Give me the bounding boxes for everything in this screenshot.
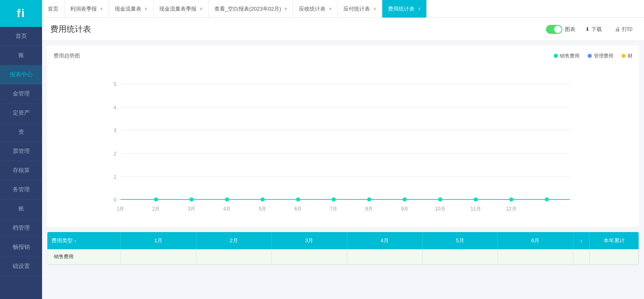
svg-text:1: 1 (114, 174, 116, 180)
legend-dot-sales (554, 54, 558, 58)
chart-legend: 销售费用 管理费用 财 (554, 53, 633, 60)
main-area: 首页 利润表季报 × 现金流量表 × 现金流量表季报 × 查看_空白报表(202… (42, 0, 644, 299)
table-section: 费用类型 ‹ 1月 2月 3月 4月 5月 6月 › 本年累计 销售费用 (47, 232, 639, 265)
chart-toggle-wrap: 图表 (546, 25, 575, 34)
cell-m5 (423, 249, 498, 264)
svg-text:4月: 4月 (223, 206, 231, 212)
svg-text:3月: 3月 (188, 206, 196, 212)
svg-point-16 (261, 197, 265, 202)
sidebar-item-expense[interactable]: 畅报销 (0, 238, 42, 257)
sidebar-item-home[interactable]: 首页 (0, 27, 42, 46)
tab-profit-quarterly[interactable]: 利润表季报 × (65, 0, 109, 18)
svg-point-20 (403, 197, 407, 202)
col-nav-prev[interactable]: ‹ (74, 237, 76, 244)
cell-m2 (196, 249, 272, 264)
svg-text:4: 4 (114, 105, 116, 111)
svg-point-15 (225, 197, 229, 202)
svg-text:3: 3 (114, 128, 116, 133)
svg-point-23 (509, 197, 513, 202)
svg-point-22 (474, 197, 478, 202)
tab-close-blank-report[interactable]: × (284, 0, 287, 18)
sidebar-item-service[interactable]: 务管理 (0, 180, 42, 199)
legend-label-admin: 管理费用 (594, 53, 613, 60)
tab-payable[interactable]: 应付统计表 × (338, 0, 382, 18)
svg-text:7月: 7月 (330, 206, 338, 212)
col-header-total: 本年累计 (590, 232, 639, 249)
tab-home[interactable]: 首页 (42, 0, 65, 18)
svg-text:6月: 6月 (294, 206, 302, 212)
svg-point-18 (332, 197, 336, 202)
svg-text:10月: 10月 (435, 206, 445, 212)
chart-toggle-label: 图表 (565, 26, 575, 33)
tab-close-cashflow[interactable]: × (145, 0, 147, 18)
legend-dot-admin (588, 54, 592, 58)
svg-text:0: 0 (114, 197, 116, 203)
table-row: 销售费用 (47, 249, 639, 265)
content-area: 费用统计表 图表 ⬇ 下载 🖨 打印 费用趋势图 (42, 18, 644, 299)
tab-receivable[interactable]: 应收统计表 × (293, 0, 338, 18)
svg-text:8月: 8月 (365, 206, 373, 212)
col-nav-next-icon[interactable]: › (580, 237, 582, 244)
download-button[interactable]: ⬇ 下载 (582, 24, 605, 35)
print-icon: 🖨 (615, 26, 620, 32)
tab-close-profit-quarterly[interactable]: × (100, 0, 103, 18)
tab-expense-stats[interactable]: 费用统计表 × (382, 0, 427, 18)
svg-text:2: 2 (114, 151, 116, 157)
tab-cashflow-quarterly[interactable]: 现金流量表季报 × (154, 0, 209, 18)
trend-chart: 5 4 3 2 1 0 (53, 64, 633, 219)
svg-text:5: 5 (114, 82, 116, 87)
svg-text:5月: 5月 (259, 206, 267, 212)
sidebar-item-cash[interactable]: 金管理 (0, 84, 42, 104)
chart-title: 费用趋势图 (53, 52, 80, 60)
cell-nav (573, 249, 590, 264)
sidebar-item-reports[interactable]: 报表中心 (0, 65, 42, 84)
cell-type: 销售费用 (47, 249, 121, 264)
tab-close-receivable[interactable]: × (329, 0, 332, 18)
col-header-m5: 5月 (423, 232, 498, 249)
svg-point-21 (438, 197, 442, 202)
svg-point-24 (545, 197, 549, 202)
page-header: 费用统计表 图表 ⬇ 下载 🖨 打印 (42, 18, 644, 41)
tab-cashflow[interactable]: 现金流量表 × (109, 0, 154, 18)
cell-total (590, 249, 639, 264)
cell-m3 (272, 249, 347, 264)
header-actions: 图表 ⬇ 下载 🖨 打印 (546, 24, 636, 35)
page-title: 费用统计表 (50, 24, 91, 35)
chart-section: 费用趋势图 销售费用 管理费用 财 (47, 46, 639, 227)
sidebar-item-assets[interactable]: 定资产 (0, 104, 42, 123)
legend-label-sales: 销售费用 (560, 53, 579, 60)
col-header-m4: 4月 (347, 232, 423, 249)
print-button[interactable]: 🖨 打印 (612, 24, 636, 35)
svg-point-14 (189, 197, 194, 202)
cell-m4 (347, 249, 423, 264)
cell-m1 (121, 249, 196, 264)
chart-header: 费用趋势图 销售费用 管理费用 财 (53, 52, 633, 60)
tab-blank-report[interactable]: 查看_空白报表(2023年02月) × (209, 0, 293, 18)
legend-dot-finance (622, 54, 626, 58)
col-header-type: 费用类型 ‹ (47, 232, 121, 249)
sidebar-item-settings[interactable]: 础设置 (0, 257, 42, 276)
chart-container: 5 4 3 2 1 0 (53, 64, 633, 220)
tab-close-cashflow-quarterly[interactable]: × (200, 0, 203, 18)
legend-item-finance: 财 (622, 53, 633, 60)
sidebar-item-capital[interactable]: 资 (0, 123, 42, 142)
sidebar: fi 首页 账 报表中心 金管理 定资产 资 票管理 存核算 务管理 账 档管理… (0, 0, 42, 299)
svg-text:12月: 12月 (506, 206, 516, 212)
svg-text:2月: 2月 (152, 206, 160, 212)
tab-close-expense-stats[interactable]: × (418, 0, 421, 18)
chart-toggle[interactable] (546, 25, 562, 34)
svg-point-19 (367, 197, 371, 202)
legend-item-sales: 销售费用 (554, 53, 579, 60)
sidebar-item-archive[interactable]: 档管理 (0, 219, 42, 238)
tab-close-payable[interactable]: × (373, 0, 376, 18)
svg-point-13 (154, 197, 158, 202)
col-header-m6: 6月 (498, 232, 573, 249)
sidebar-item-invoice[interactable]: 票管理 (0, 142, 42, 161)
legend-item-admin: 管理费用 (588, 53, 613, 60)
col-nav-next-wrap[interactable]: › (573, 232, 590, 249)
sidebar-item-account[interactable]: 账 (0, 46, 42, 65)
sidebar-item-inventory[interactable]: 存核算 (0, 161, 42, 180)
sidebar-item-ledger[interactable]: 账 (0, 199, 42, 219)
legend-label-finance: 财 (628, 53, 633, 60)
svg-text:9月: 9月 (401, 206, 409, 212)
